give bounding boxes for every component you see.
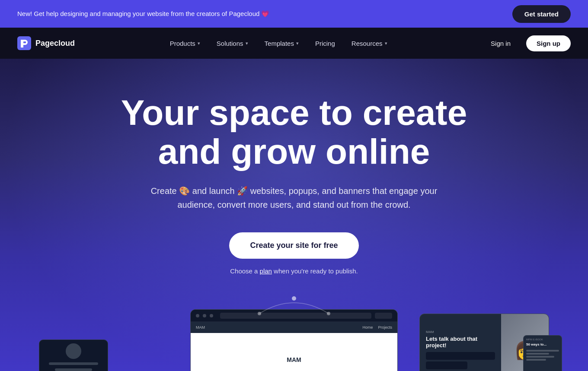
hero-footnote: Choose a plan when you're ready to publi…: [230, 267, 358, 275]
navbar: Pagecloud Products ▾ Solutions ▾ Templat…: [0, 28, 588, 59]
hero-subtitle: Create 🎨 and launch 🚀 websites, popups, …: [143, 184, 445, 212]
screenshot-right-title: Lets talk about that project!: [426, 336, 495, 349]
browser-dot: [210, 314, 213, 317]
chevron-down-icon: ▾: [198, 41, 200, 46]
plan-link[interactable]: plan: [260, 267, 272, 275]
mini-line: [526, 350, 559, 352]
logo-text: Pagecloud: [35, 39, 75, 48]
mini-line: [526, 359, 546, 361]
nav-links: Products ▾ Solutions ▾ Templates ▾ Prici…: [163, 36, 394, 51]
browser-dot: [196, 314, 199, 317]
site-nav-home: Home: [362, 325, 373, 330]
site-content: MAM: [191, 333, 397, 371]
nav-item-pricing[interactable]: Pricing: [308, 36, 342, 51]
hero-screenshots: MAM Home Projects MAM MAM Lets talk abou…: [35, 301, 553, 371]
site-nav-logo: MAM: [196, 325, 205, 330]
hero-title: Your space to create and grow online: [121, 93, 467, 171]
announcement-bar: New! Get help designing and managing you…: [0, 0, 588, 28]
browser-dot: [203, 314, 206, 317]
mini-line: [526, 353, 549, 355]
mini-line: [526, 356, 554, 358]
site-nav-projects: Projects: [378, 325, 392, 330]
screenshot-right-content: MAM Lets talk about that project!: [420, 314, 501, 371]
mini-lines: [526, 350, 559, 361]
nav-item-products[interactable]: Products ▾: [163, 36, 207, 51]
announcement-text: New! Get help designing and managing you…: [17, 10, 270, 18]
svg-point-4: [327, 312, 330, 315]
screenshot-right-input: [426, 352, 495, 360]
screenshot-right-label: MAM: [426, 330, 495, 334]
line-placeholder: [55, 368, 92, 371]
logo-link[interactable]: Pagecloud: [17, 36, 75, 50]
mini-label: MPM E-BOOK: [526, 338, 559, 341]
sign-up-button[interactable]: Sign up: [526, 35, 571, 51]
browser-buttons: [375, 313, 392, 319]
chevron-down-icon: ▾: [385, 41, 387, 46]
chevron-down-icon: ▾: [246, 41, 248, 46]
svg-point-2: [292, 296, 296, 301]
screenshot-center: MAM Home Projects MAM: [190, 309, 398, 371]
screenshot-right-input-2: [426, 361, 467, 369]
announcement-cta-button[interactable]: Get started: [512, 5, 571, 23]
nav-item-solutions[interactable]: Solutions ▾: [210, 36, 255, 51]
svg-rect-1: [23, 41, 26, 43]
connection-arc-svg: [251, 292, 337, 318]
line-placeholder: [49, 362, 98, 365]
site-nav-bar: MAM Home Projects: [191, 322, 397, 333]
nav-item-resources[interactable]: Resources ▾: [345, 36, 394, 51]
sign-in-button[interactable]: Sign in: [482, 35, 519, 51]
chevron-down-icon: ▾: [296, 41, 299, 46]
screenshot-left: [39, 339, 108, 371]
logo-icon: [17, 36, 31, 50]
avatar: [66, 343, 81, 359]
site-logo-text: MAM: [287, 356, 301, 363]
create-site-cta-button[interactable]: Create your site for free: [229, 232, 358, 259]
screenshot-far-right: MPM E-BOOK 50 ways to...: [523, 335, 562, 371]
hero-section: Your space to create and grow online Cre…: [0, 59, 588, 371]
screenshot-center-body: MAM Home Projects MAM: [191, 322, 397, 371]
nav-item-templates[interactable]: Templates ▾: [258, 36, 306, 51]
mini-title: 50 ways to...: [526, 342, 559, 346]
svg-point-3: [258, 312, 261, 315]
nav-actions: Sign in Sign up: [482, 35, 571, 51]
